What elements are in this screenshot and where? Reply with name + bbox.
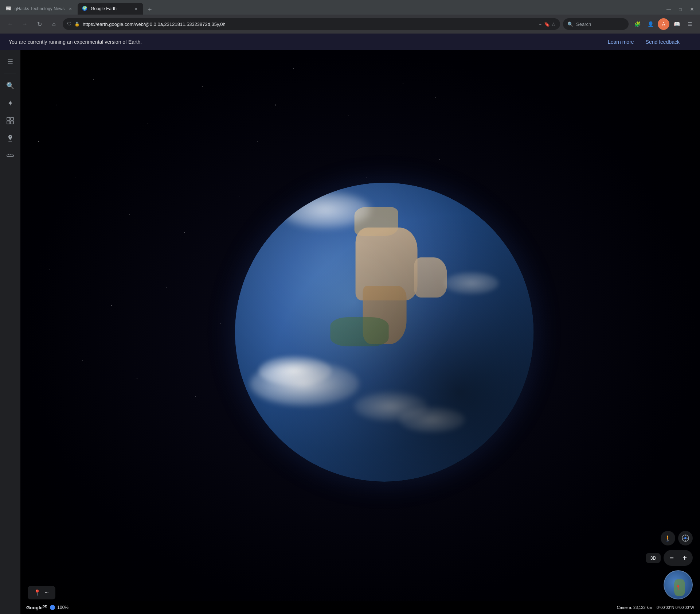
coordinates: 0°00'00"N 0°00'00"W	[657, 605, 694, 610]
draw-path-icon: ～	[44, 589, 50, 596]
svg-rect-1	[11, 117, 13, 120]
google-logo: GoogleDE	[26, 605, 47, 610]
tab-close-ghacks[interactable]: ✕	[67, 6, 73, 12]
learn-more-link[interactable]: Learn more	[608, 39, 634, 45]
bookmark-icon[interactable]: 🔖	[544, 22, 550, 27]
star-icon[interactable]: ☆	[551, 22, 556, 27]
profile-btn[interactable]: 👤	[645, 18, 656, 30]
minimap[interactable]	[664, 570, 693, 599]
lock-icon: 🔒	[74, 22, 80, 27]
sidebar-menu-btn[interactable]: ☰	[3, 55, 17, 69]
avatar-btn[interactable]: A	[658, 18, 669, 30]
earth-highlight	[235, 183, 533, 482]
more-options-icon[interactable]: ···	[539, 22, 543, 27]
svg-rect-4	[7, 155, 13, 156]
zoom-in-button[interactable]: +	[678, 551, 691, 564]
menu-btn[interactable]: ☰	[684, 18, 696, 30]
banner-text: You are currently running an experimenta…	[9, 39, 608, 45]
home-button[interactable]: ⌂	[48, 18, 60, 30]
loading-percent: 100%	[57, 605, 69, 610]
zoom-controls: − +	[664, 550, 693, 566]
sidebar-item-voyager[interactable]: ✦	[3, 96, 17, 110]
status-bar-right: Camera: 23,122 km 0°00'00"N 0°00'00"W	[617, 605, 694, 610]
location-icon: 📍	[34, 589, 41, 596]
navigation-bar: ← → ↻ ⌂ 🛡 🔒 https://earth.google.com/web…	[0, 15, 700, 34]
sidebar-item-measure[interactable]	[3, 148, 17, 163]
mode-3d-button[interactable]: 3D	[646, 553, 661, 563]
reader-btn[interactable]: 📖	[671, 18, 683, 30]
extensions-btn[interactable]: 🧩	[631, 18, 643, 30]
svg-point-9	[684, 537, 687, 539]
zoom-out-button[interactable]: −	[665, 551, 678, 564]
forward-button[interactable]: →	[19, 18, 31, 30]
bottom-left-controls: 📍 ～	[28, 586, 55, 599]
address-url: https://earth.google.com/web/@0,0,0a,231…	[83, 22, 536, 27]
sidebar-item-saved-places[interactable]	[3, 131, 17, 145]
tab-title-earth: Google Earth	[91, 6, 130, 11]
sidebar-item-projects[interactable]	[3, 113, 17, 128]
right-icons-row: 🚶	[661, 531, 693, 545]
tab-favicon-earth: 🌍	[82, 6, 88, 12]
google-region: DE	[43, 605, 47, 608]
compass-button[interactable]	[678, 531, 693, 545]
camera-info: Camera: 23,122 km	[617, 605, 652, 610]
tab-title-ghacks: gHacks Technology News	[15, 6, 64, 11]
svg-rect-3	[11, 121, 13, 124]
security-icon: 🛡	[67, 22, 71, 27]
svg-rect-2	[7, 121, 10, 124]
search-icon: 🔍	[567, 22, 573, 27]
svg-rect-0	[7, 117, 10, 120]
browser-actions: 🧩 👤 A 📖 ☰	[631, 18, 696, 30]
bottom-right-controls: 🚶 3D	[646, 531, 693, 599]
reload-button[interactable]: ↻	[34, 18, 45, 30]
address-bar[interactable]: 🛡 🔒 https://earth.google.com/web/@0,0,0a…	[63, 18, 560, 30]
search-placeholder: Search	[576, 22, 591, 27]
earth-viewport[interactable]: 📍 ～ 🚶	[20, 50, 700, 614]
app-container: You are currently running an experimenta…	[0, 34, 700, 614]
new-tab-button[interactable]: +	[145, 4, 155, 15]
sidebar-item-search[interactable]: 🔍	[3, 78, 17, 93]
earth-globe	[235, 183, 533, 482]
close-button[interactable]: ✕	[687, 4, 697, 15]
tab-bar: 📰 gHacks Technology News ✕ 🌍 Google Eart…	[0, 0, 700, 15]
main-content: ☰ 🔍 ✦	[0, 50, 700, 614]
back-button[interactable]: ←	[4, 18, 16, 30]
status-bar: GoogleDE 100% Camera: 23,122 km 0°00'00"…	[20, 601, 700, 614]
tab-close-earth[interactable]: ✕	[133, 6, 139, 12]
send-feedback-link[interactable]: Send feedback	[646, 39, 680, 45]
tab-ghacks[interactable]: 📰 gHacks Technology News ✕	[1, 3, 78, 15]
loading-dot	[50, 605, 55, 610]
sidebar: ☰ 🔍 ✦	[0, 50, 20, 614]
minimap-pin	[677, 585, 679, 590]
minimize-button[interactable]: —	[664, 4, 674, 15]
browser-search-box[interactable]: 🔍 Search	[563, 18, 629, 30]
experimental-banner: You are currently running an experimenta…	[0, 34, 700, 50]
maximize-button[interactable]: □	[675, 4, 685, 15]
minimap-land	[674, 579, 685, 596]
tab-google-earth[interactable]: 🌍 Google Earth ✕	[78, 3, 143, 15]
loading-indicator: 100%	[50, 605, 69, 610]
sidebar-divider-1	[4, 74, 16, 74]
location-button[interactable]: 📍 ～	[28, 586, 55, 599]
tab-favicon-ghacks: 📰	[6, 6, 12, 12]
address-actions: ··· 🔖 ☆	[539, 22, 556, 27]
street-view-button[interactable]: 🚶	[661, 531, 675, 545]
